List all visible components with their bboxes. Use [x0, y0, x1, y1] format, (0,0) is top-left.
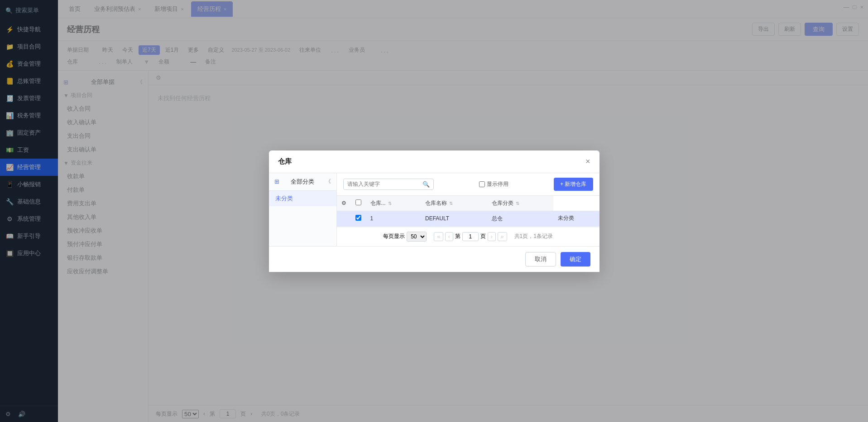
row-settings: [337, 211, 351, 226]
confirm-button[interactable]: 确定: [561, 252, 590, 267]
category-collapse-icon[interactable]: 《: [326, 178, 331, 185]
show-disabled-checkbox[interactable]: [479, 181, 485, 187]
sort-icon-name[interactable]: ⇅: [449, 201, 453, 206]
row-category: 未分类: [553, 211, 599, 226]
search-icon: 🔍: [422, 181, 430, 188]
page-label: 第: [455, 233, 460, 240]
row-code: DEFAULT: [421, 211, 487, 226]
modal-header: 仓库 ×: [269, 150, 599, 173]
modal-footer: 取消 确定: [269, 246, 599, 272]
category-header-label: 全部分类: [291, 178, 314, 186]
modal-pagination: 每页显示 50 « ‹ 第 页 › » 共1页，1条记录: [337, 227, 599, 246]
cancel-button[interactable]: 取消: [525, 252, 556, 267]
sort-icon-code[interactable]: ⇅: [388, 201, 392, 206]
page-nav: « ‹ 第 页 › »: [434, 232, 507, 241]
category-panel: ⊞ 全部分类 《 未分类: [269, 173, 337, 246]
modal-title: 仓库: [278, 157, 292, 166]
all-category-icon: ⊞: [274, 178, 279, 185]
select-all-checkbox[interactable]: [355, 199, 361, 205]
modal-body: ⊞ 全部分类 《 未分类 🔍 显示停用: [269, 173, 599, 246]
last-page-button[interactable]: »: [498, 232, 507, 241]
row-id: 1: [366, 211, 421, 226]
table-settings-icon[interactable]: ⚙: [341, 200, 346, 206]
per-page-label: 每页显示: [383, 233, 405, 240]
row-checkbox[interactable]: [355, 215, 361, 221]
warehouse-table: ⚙ 仓库... ⇅ 仓库名称: [337, 196, 599, 227]
category-header: ⊞ 全部分类 《: [269, 173, 336, 191]
next-page-button[interactable]: ›: [488, 232, 496, 241]
search-input-wrap: 🔍: [343, 179, 434, 190]
modal-overlay: 仓库 × ⊞ 全部分类 《 未分类: [0, 0, 868, 422]
table-panel: 🔍 显示停用 + 新增仓库 ⚙: [337, 173, 599, 246]
show-disabled-label: 显示停用: [487, 180, 508, 188]
show-disabled-wrap: 显示停用: [479, 180, 508, 188]
modal-per-page-select[interactable]: 50: [407, 232, 427, 242]
category-item-uncategorized[interactable]: 未分类: [269, 191, 336, 206]
th-category: 仓库分类 ⇅: [487, 196, 554, 211]
sort-icon-category[interactable]: ⇅: [516, 201, 519, 206]
modal-close-button[interactable]: ×: [585, 157, 590, 166]
row-name: 总仓: [487, 211, 554, 226]
row-checkbox-cell: [351, 211, 366, 226]
th-settings: ⚙: [337, 196, 351, 211]
modal-total-info: 共1页，1条记录: [514, 233, 553, 240]
category-scroll: 未分类: [269, 191, 336, 246]
th-code: 仓库... ⇅: [366, 196, 421, 211]
warehouse-modal: 仓库 × ⊞ 全部分类 《 未分类: [269, 150, 599, 272]
page-unit: 页: [480, 233, 486, 240]
first-page-button[interactable]: «: [434, 232, 443, 241]
modal-page-input[interactable]: [462, 232, 479, 241]
th-name: 仓库名称 ⇅: [421, 196, 487, 211]
th-checkbox: [351, 196, 366, 211]
modal-search-bar: 🔍 显示停用 + 新增仓库: [337, 173, 599, 196]
add-warehouse-button[interactable]: + 新增仓库: [554, 178, 593, 191]
per-page-wrap: 每页显示 50: [383, 232, 427, 242]
warehouse-search-input[interactable]: [347, 181, 422, 187]
table-row[interactable]: 1 DEFAULT 总仓 未分类: [337, 211, 599, 226]
prev-page-button[interactable]: ‹: [445, 232, 453, 241]
